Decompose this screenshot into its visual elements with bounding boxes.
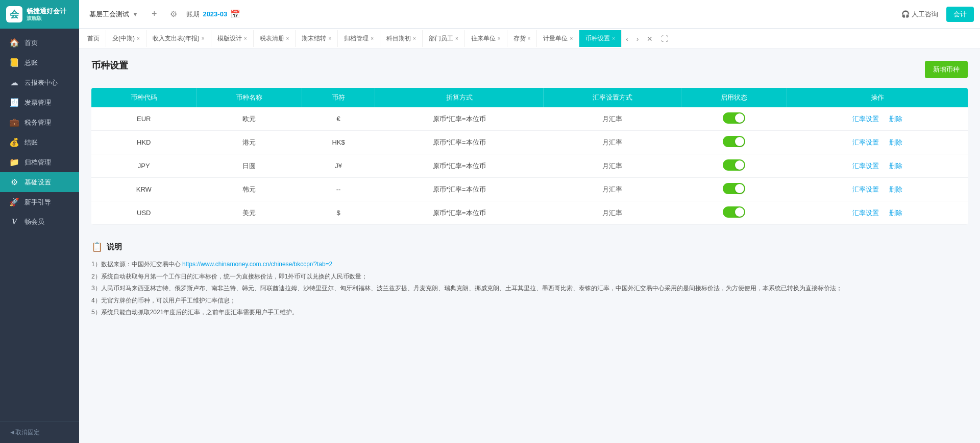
tab-close-icon[interactable]: × (137, 36, 140, 41)
rate-setting-link[interactable]: 汇率设置 (852, 185, 879, 193)
cell-calc: 原币*汇率=本位币 (375, 154, 544, 178)
cell-rate-type: 月汇率 (544, 201, 681, 225)
rate-setting-link[interactable]: 汇率设置 (852, 162, 879, 170)
sidebar-item-ledger[interactable]: 📒 总账 (0, 53, 79, 73)
tax-icon: 💼 (9, 118, 19, 127)
status-toggle[interactable] (723, 112, 745, 124)
tab-period-end[interactable]: 期末结转 × (296, 30, 338, 47)
notes-section: 📋 说明 1）数据来源：中国外汇交易中心 https://www.chinamo… (91, 241, 968, 319)
table-row: HKD 港元 HK$ 原币*汇率=本位币 月汇率 汇率设置 删除 (91, 131, 968, 154)
main-area: 基层工会测试 ▼ + ⚙ 账期 2023-03 📅 🎧 人工咨询 会计 首页 殳… (79, 0, 980, 443)
delete-link[interactable]: 删除 (889, 138, 902, 146)
calendar-icon[interactable]: 📅 (230, 9, 240, 19)
sidebar-item-tax[interactable]: 💼 税务管理 (0, 112, 79, 132)
ledger-icon: 📒 (9, 58, 19, 67)
cell-symbol: -- (302, 178, 375, 201)
tab-close-icon[interactable]: × (202, 36, 205, 41)
notes-external-link[interactable]: https://www.chinamoney.com.cn/chinese/bk… (182, 261, 332, 268)
tab-prev-button[interactable]: ‹ (622, 33, 632, 45)
tab-currency[interactable]: 币种设置 × (579, 30, 622, 47)
tab-archive[interactable]: 归档管理 × (338, 30, 380, 47)
help-label: 人工咨询 (912, 10, 938, 19)
cell-actions: 汇率设置 删除 (787, 131, 968, 154)
tab-close-icon[interactable]: × (570, 36, 573, 41)
workspace-selector[interactable]: 基层工会测试 ▼ (85, 8, 142, 21)
cell-name: 韩元 (197, 178, 302, 201)
close-all-tabs-button[interactable]: ✕ (643, 33, 657, 45)
delete-link[interactable]: 删除 (889, 185, 902, 193)
user-button[interactable]: 会计 (946, 7, 974, 22)
expand-tab-button[interactable]: ⛶ (657, 33, 672, 45)
tab-close-icon[interactable]: × (371, 36, 374, 41)
sidebar-item-label: 云报表中心 (24, 78, 58, 87)
app-logo: 会 畅捷通好会计 旗舰版 (0, 0, 79, 29)
sidebar-item-reports[interactable]: ☁ 云报表中心 (0, 73, 79, 92)
cell-calc: 原币*汇率=本位币 (375, 178, 544, 201)
add-workspace-button[interactable]: + (148, 7, 161, 21)
tab-dept[interactable]: 部门员工 × (423, 30, 465, 47)
tab-close-icon[interactable]: × (528, 36, 531, 41)
home-icon: 🏠 (9, 38, 19, 48)
tab-subjects[interactable]: 科目期初 × (380, 30, 423, 47)
sidebar-item-invoice[interactable]: 🧾 发票管理 (0, 92, 79, 112)
dropdown-icon: ▼ (132, 11, 138, 18)
toggle-thumb (735, 113, 744, 123)
delete-link[interactable]: 删除 (889, 209, 902, 217)
cell-status (681, 178, 787, 201)
tab-home[interactable]: 首页 (81, 30, 106, 47)
help-button[interactable]: 🎧 人工咨询 (897, 8, 942, 21)
rate-setting-link[interactable]: 汇率设置 (852, 115, 879, 123)
status-toggle[interactable] (723, 206, 745, 218)
rate-setting-link[interactable]: 汇率设置 (852, 138, 879, 146)
tab-close-icon[interactable]: × (413, 36, 416, 41)
sidebar-item-archive[interactable]: 📁 归档管理 (0, 152, 79, 172)
tab-units[interactable]: 计量单位 × (537, 30, 579, 47)
tab-close-icon[interactable]: × (455, 36, 458, 41)
sidebar-item-member[interactable]: V 畅会员 (0, 212, 79, 231)
tab-next-button[interactable]: › (632, 33, 643, 45)
toggle-track (723, 136, 745, 147)
sidebar-item-basic-settings[interactable]: ⚙ 基础设置 (0, 172, 79, 192)
sidebar-item-label: 首页 (24, 38, 38, 48)
delete-link[interactable]: 删除 (889, 115, 902, 123)
info-icon: 📋 (91, 241, 103, 252)
tab-close-icon[interactable]: × (244, 36, 247, 41)
toggle-thumb (735, 160, 744, 170)
cell-code: KRW (91, 178, 197, 201)
sidebar-item-checkout[interactable]: 💰 结账 (0, 132, 79, 152)
tab-close-icon[interactable]: × (498, 36, 501, 41)
tab-tax[interactable]: 税表清册 × (254, 30, 296, 47)
toggle-thumb (735, 184, 744, 193)
col-header-name: 币种名称 (197, 88, 302, 107)
sidebar-item-guide[interactable]: 🚀 新手引导 (0, 192, 79, 212)
col-header-status: 启用状态 (681, 88, 787, 107)
account-period: 账期 2023-03 📅 (186, 9, 240, 19)
tab-period[interactable]: 殳(中期) × (106, 30, 146, 47)
cell-actions: 汇率设置 删除 (787, 154, 968, 178)
sidebar-item-home[interactable]: 🏠 首页 (0, 33, 79, 53)
delete-link[interactable]: 删除 (889, 162, 902, 170)
new-currency-button[interactable]: 新增币种 (925, 61, 968, 78)
status-toggle[interactable] (723, 159, 745, 171)
tab-label: 部门员工 (429, 34, 453, 43)
table-header-row: 币种代码 币种名称 币符 折算方式 汇率设置方式 启用状态 操作 (91, 88, 968, 107)
notes-title: 📋 说明 (91, 241, 968, 252)
archive-icon: 📁 (9, 157, 19, 167)
settings-button[interactable]: ⚙ (166, 7, 181, 21)
tab-label: 存货 (513, 34, 526, 43)
rate-setting-link[interactable]: 汇率设置 (852, 209, 879, 217)
cell-name: 港元 (197, 131, 302, 154)
tab-label: 科目期初 (386, 34, 411, 43)
tab-inventory[interactable]: 存货 × (507, 30, 537, 47)
tab-income[interactable]: 收入支出表(年报) × (146, 30, 211, 47)
cell-name: 欧元 (197, 107, 302, 131)
tab-close-icon[interactable]: × (328, 36, 331, 41)
guide-icon: 🚀 (9, 197, 19, 207)
unpin-sidebar-button[interactable]: ◄取消固定 (0, 422, 79, 443)
status-toggle[interactable] (723, 183, 745, 194)
tab-close-icon[interactable]: × (286, 36, 289, 41)
tab-contacts[interactable]: 往来单位 × (465, 30, 507, 47)
tab-template[interactable]: 模版设计 × (211, 30, 254, 47)
tab-close-icon[interactable]: × (612, 36, 615, 41)
status-toggle[interactable] (723, 136, 745, 147)
